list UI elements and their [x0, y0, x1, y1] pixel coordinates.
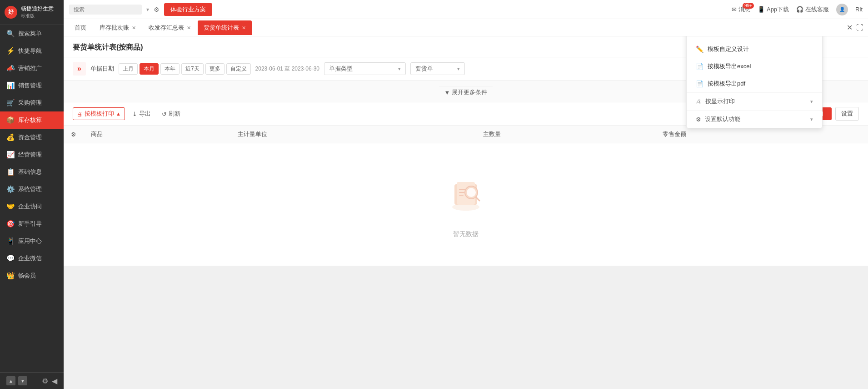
template-custom-icon: ✏️: [696, 45, 703, 53]
dropdown-template-preview[interactable]: 👁 模板预览: [687, 36, 822, 40]
trial-btn[interactable]: 体验行业方案: [164, 3, 212, 16]
topbar-right: ✉ 消息 99+ 📱 App下载 🎧 在线客服 👤 Rit: [732, 4, 863, 15]
sidebar-item-member[interactable]: 👑 畅会员: [0, 267, 64, 284]
sidebar-item-cooperation[interactable]: 🤝 企业协同: [0, 198, 64, 215]
date-btn-last-month[interactable]: 上月: [119, 63, 138, 75]
svg-point-4: [467, 188, 476, 197]
req-type-dropdown[interactable]: 要货单 ▾: [410, 62, 465, 75]
template-pdf-icon: 📄: [696, 80, 703, 87]
sidebar-item-wechat[interactable]: 💬 企业微信: [0, 250, 64, 267]
app-version: 标准版: [21, 13, 54, 19]
sidebar-scroll-controls: ▲ ▼: [6, 376, 27, 385]
export-btn[interactable]: ⤓ 导出: [129, 108, 155, 120]
sidebar-item-apps[interactable]: 📱 应用中心: [0, 232, 64, 250]
message-icon: ✉: [732, 6, 737, 13]
sidebar-item-basics[interactable]: 📋 基础信息: [0, 163, 64, 181]
sidebar-item-finance[interactable]: 💰 资金管理: [0, 129, 64, 146]
template-excel-icon: 📄: [696, 63, 703, 70]
print-dropdown-menu: 🖨 按模板打印 ▲ 📄 当前： 当前：要货单统计表 ▾ 🖨 按模板打印 👁: [686, 36, 823, 128]
scroll-down-btn[interactable]: ▼: [18, 376, 27, 385]
col-unit: 主计量单位: [230, 126, 476, 143]
sidebar: 好 畅捷通好生意 标准版 🔍 搜索菜单 ⚡ 快捷导航 📣 营销推广 📊 销售管理…: [0, 0, 64, 389]
settings-gear-icon[interactable]: ⚙: [154, 6, 160, 13]
app-download-btn[interactable]: 📱 App下载: [758, 5, 789, 14]
logo-icon: 好: [5, 6, 17, 19]
dropdown-template-excel[interactable]: 📄 按模板导出excel: [687, 58, 822, 75]
tab-inventory-batch[interactable]: 库存批次账 ✕: [94, 20, 142, 35]
refresh-icon: ↺: [162, 111, 167, 117]
empty-text: 暂无数据: [453, 230, 479, 238]
expand-down-icon: ▼: [444, 89, 450, 96]
date-btn-this-year[interactable]: 本年: [160, 63, 180, 75]
phone-icon: 📱: [758, 6, 765, 13]
sidebar-item-operations[interactable]: 📈 经营管理: [0, 146, 64, 163]
export-icon: ⤓: [132, 111, 137, 117]
scroll-up-btn[interactable]: ▲: [6, 376, 15, 385]
refresh-btn[interactable]: ↺ 刷新: [158, 108, 184, 120]
doc-type-dropdown[interactable]: 单据类型 ▾: [324, 62, 406, 75]
sidebar-item-quick-nav[interactable]: ⚡ 快捷导航: [0, 42, 64, 60]
print-template-btn[interactable]: 🖨 按模板打印 ▲: [73, 107, 125, 120]
tabbar-right: ✕ ⛶: [847, 23, 863, 32]
topbar: ▾ ⚙ 体验行业方案 ✉ 消息 99+ 📱 App下载 🎧 在线客服 👤 Rit: [64, 0, 868, 19]
marketing-icon: 📣: [6, 64, 15, 72]
online-service-btn[interactable]: 🎧 在线客服: [796, 5, 829, 14]
wechat-icon: 💬: [6, 254, 15, 263]
sidebar-item-newbie[interactable]: 🎯 新手引导: [0, 215, 64, 232]
username: Rit: [855, 6, 863, 13]
doc-type-chevron-icon: ▾: [398, 66, 401, 72]
tab-maximize-btn[interactable]: ⛶: [856, 23, 863, 32]
app-logo: 好 畅捷通好生意 标准版: [0, 0, 64, 25]
col-gear[interactable]: ⚙: [64, 126, 84, 143]
headset-icon: 🎧: [796, 6, 803, 13]
search-dropdown-icon[interactable]: ▾: [146, 6, 149, 13]
sidebar-item-purchase[interactable]: 🛒 采购管理: [0, 94, 64, 111]
tab-close-window-btn[interactable]: ✕: [847, 23, 853, 32]
tab-close-inventory-batch[interactable]: ✕: [132, 25, 136, 31]
sidebar-item-marketing[interactable]: 📣 营销推广: [0, 60, 64, 77]
basics-icon: 📋: [6, 168, 15, 176]
sales-icon: 📊: [6, 81, 15, 90]
dropdown-template-custom[interactable]: ✏️ 模板自定义设计: [687, 40, 822, 58]
tab-close-receivable-summary[interactable]: ✕: [187, 25, 191, 31]
default-func-icon: ⚙: [696, 116, 701, 123]
col-product: 商品: [84, 126, 230, 143]
tab-receivable-summary[interactable]: 收发存汇总表 ✕: [143, 20, 197, 35]
apps-icon: 📱: [6, 237, 15, 245]
sidebar-item-inventory[interactable]: 📦 库存核算: [0, 111, 64, 129]
search-input[interactable]: [69, 5, 142, 15]
sidebar-item-search[interactable]: 🔍 搜索菜单: [0, 25, 64, 42]
avatar[interactable]: 👤: [836, 4, 848, 15]
tab-requisition-stats[interactable]: 要货单统计表 ✕: [198, 20, 252, 35]
message-btn[interactable]: ✉ 消息 99+: [732, 5, 750, 14]
dropdown-default-func[interactable]: ⚙ 设置默认功能 ▾: [687, 110, 822, 128]
sidebar-item-system[interactable]: ⚙️ 系统管理: [0, 181, 64, 198]
settings-btn[interactable]: 设置: [835, 107, 859, 121]
newbie-icon: 🎯: [6, 220, 15, 228]
search-icon: 🔍: [6, 30, 15, 38]
cooperation-icon: 🤝: [6, 202, 15, 211]
expand-filters-btn[interactable]: ▼ 展开更多条件: [439, 86, 493, 98]
date-btn-this-month[interactable]: 本月: [140, 63, 159, 75]
collapse-icon[interactable]: ◀: [52, 377, 57, 385]
default-func-chevron-icon: ▾: [810, 116, 813, 122]
dropdown-template-pdf[interactable]: 📄 按模板导出pdf: [687, 75, 822, 92]
tab-home[interactable]: 首页: [68, 24, 93, 32]
date-btn-more[interactable]: 更多: [205, 63, 224, 75]
sidebar-item-sales[interactable]: 📊 销售管理: [0, 77, 64, 94]
purchase-icon: 🛒: [6, 99, 15, 107]
date-btn-custom[interactable]: 自定义: [226, 63, 251, 75]
dropdown-display-print[interactable]: 🖨 按显示打印 ▾: [687, 92, 822, 110]
main-area: ▾ ⚙ 体验行业方案 ✉ 消息 99+ 📱 App下载 🎧 在线客服 👤 Rit…: [64, 0, 868, 389]
settings-icon[interactable]: ⚙: [42, 377, 48, 385]
date-filter-label: 单据日期: [90, 65, 114, 73]
tab-close-requisition-stats[interactable]: ✕: [242, 25, 246, 31]
inventory-icon: 📦: [6, 116, 15, 124]
expand-filter-btn[interactable]: »: [73, 62, 86, 76]
tabbar: 首页 库存批次账 ✕ 收发存汇总表 ✕ 要货单统计表 ✕ ✕ ⛶: [64, 19, 868, 36]
col-quantity: 主数量: [476, 126, 655, 143]
finance-icon: 💰: [6, 133, 15, 141]
sidebar-nav: ⚡ 快捷导航 📣 营销推广 📊 销售管理 🛒 采购管理 📦 库存核算 💰 资金管…: [0, 42, 64, 372]
date-btn-7days[interactable]: 近7天: [181, 63, 204, 75]
message-badge: 99+: [743, 3, 754, 9]
